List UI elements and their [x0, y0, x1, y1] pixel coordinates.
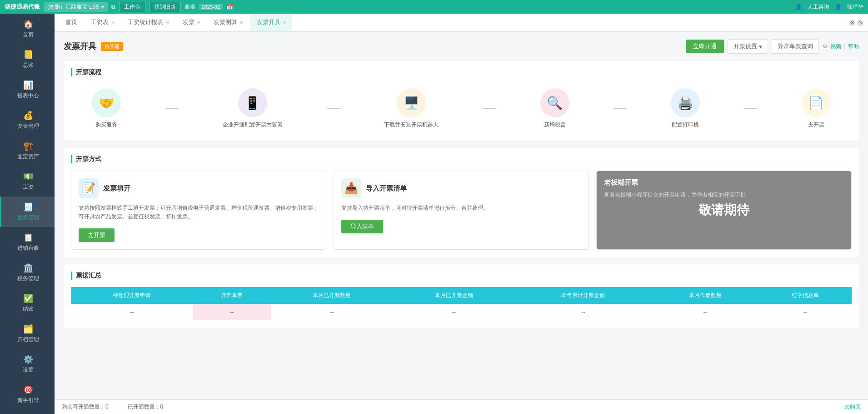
anomaly-query-button[interactable]: 异常单票查询 — [772, 39, 819, 54]
step-buy-service[interactable]: 🤝 购买服务 — [92, 88, 121, 129]
step-icon-config-printer: 🖨️ — [671, 88, 700, 117]
sidebar-item-guide[interactable]: 🎯 新手引导 — [0, 379, 55, 410]
top-bar-left: 畅捷通易代账 (勿删）江西服宝-LSS ▾ ⧉ 工作台 切到旧版 账期 2023… — [5, 2, 233, 12]
calendar-icon[interactable]: 📅 — [226, 4, 233, 10]
view-help[interactable]: 视频 — [830, 43, 841, 50]
company-selector[interactable]: (勿删）江西服宝-LSS ▾ — [44, 2, 108, 12]
tab-close-invoice-tool[interactable]: × — [283, 20, 286, 25]
user-avatar: 👤 — [835, 4, 842, 10]
process-section-title: 开票流程 — [71, 68, 852, 76]
sidebar-item-home[interactable]: 🏠 首页 — [0, 14, 55, 44]
tab-invoice-calc[interactable]: 发票测算× — [207, 15, 249, 31]
tab-bar: 首页工资表×工资统计报表×发票×发票测算×发票开具× ✕ ⤡ — [55, 14, 868, 32]
tab-close-invoice[interactable]: × — [197, 20, 200, 25]
summary-col-header: 本月已开票金额 — [393, 287, 515, 304]
sidebar-item-invoice[interactable]: 🧾 发票管理 — [0, 197, 55, 227]
summary-col-header: 待处理开票申请 — [71, 287, 193, 304]
sidebar-item-tax[interactable]: 🏛️ 税务管理 — [0, 257, 55, 288]
opened-label: 已开通数量：0 — [128, 404, 164, 410]
assets-icon: 🏗️ — [23, 141, 33, 151]
summary-cell-2: -- — [271, 304, 393, 320]
import-list-button[interactable]: 导入清单 — [341, 220, 383, 233]
ledger-icon: 📒 — [23, 50, 33, 60]
tab-invoice[interactable]: 发票× — [176, 15, 206, 31]
manual-invoice-card: 📝 发票填开 支持按照发票样式手工填开发票；可开具增值税电子普通发票、增值税普通… — [71, 171, 326, 250]
content-area: 首页工资表×工资统计报表×发票×发票测算×发票开具× ✕ ⤡ 发票开具 待开通 … — [55, 14, 868, 414]
sidebar-item-label-invoice: 发票管理 — [17, 214, 39, 222]
sidebar-item-assets[interactable]: 🏗️ 固定资产 — [0, 136, 55, 166]
summary-table: 待处理开票申请异常单票本月已开票数量本月已开票金额本年累计开票金额本月作废数量红… — [71, 287, 852, 320]
sidebar-item-ledger[interactable]: 📒 总账 — [0, 44, 55, 75]
sidebar-item-finance[interactable]: 💰 资金管理 — [0, 105, 55, 136]
import-invoice-title: 导入开票清单 — [366, 184, 407, 193]
sidebar-item-label-home: 首页 — [23, 31, 34, 39]
sidebar-item-purchase[interactable]: 📋 进销台账 — [0, 227, 55, 257]
tab-close-salary[interactable]: × — [111, 20, 114, 25]
sidebar-item-member[interactable]: 👑 畅会员 — [0, 410, 55, 414]
sidebar-item-payroll[interactable]: 💵 工资 — [0, 166, 55, 197]
step-icon-add-taxbox: 🔍 — [540, 88, 569, 117]
step-add-taxbox[interactable]: 🔍 新增税盘 — [540, 88, 569, 129]
close-window-button[interactable]: ✕ — [849, 20, 855, 26]
consultant-icon: 👤 — [795, 4, 802, 10]
buy-link[interactable]: 去购买 — [844, 403, 861, 411]
old-platform-content: 老板端开票 查看老板端小程序提交的开票申请，并作出相应的开票审批 — [604, 178, 844, 199]
switch-version-button[interactable]: 切到旧版 — [149, 2, 181, 12]
step-label-config-printer: 配置打印机 — [672, 121, 699, 129]
step-config-enterprise[interactable]: 📱 企业开通配置开票六要素 — [223, 88, 283, 129]
summary-col-header: 本年累计开票金额 — [515, 287, 652, 304]
tab-label-salary-report: 工资统计报表 — [128, 18, 163, 26]
step-label-buy-service: 购买服务 — [95, 121, 117, 129]
step-open-invoice[interactable]: 📄 去开票 — [802, 88, 831, 129]
old-platform-desc: 查看老板端小程序提交的开票申请，并作出相应的开票审批 — [604, 191, 844, 199]
step-label-config-enterprise: 企业开通配置开票六要素 — [223, 121, 283, 129]
sidebar-item-label-purchase: 进销台账 — [17, 244, 39, 252]
restore-window-button[interactable]: ⤡ — [857, 20, 863, 26]
tab-invoice-tool[interactable]: 发票开具× — [250, 15, 292, 31]
consultant-label[interactable]: 人工咨询 — [808, 3, 829, 11]
old-platform-card: 老板端开票 查看老板端小程序提交的开票申请，并作出相应的开票审批 敬请期待 — [596, 171, 852, 250]
manual-invoice-icon: 📝 — [79, 178, 99, 198]
open-now-button[interactable]: 立即开通 — [686, 40, 724, 53]
help-label[interactable]: 帮助 — [848, 43, 859, 50]
top-bar-right: 👤 人工咨询 👤 徐泽华 — [795, 3, 863, 11]
invoice-methods-title: 开票方式 — [71, 155, 852, 163]
sidebar-item-label-ledger: 总账 — [23, 61, 34, 69]
tab-home[interactable]: 首页 — [59, 15, 84, 31]
summary-col-header: 本月作废数量 — [652, 287, 759, 304]
tab-salary[interactable]: 工资表× — [85, 15, 120, 31]
user-name[interactable]: 徐泽华 — [847, 3, 863, 11]
tab-label-invoice-calc: 发票测算 — [214, 18, 237, 26]
sidebar-item-settlement[interactable]: ✅ 结账 — [0, 288, 55, 318]
step-icon-open-invoice: 📄 — [802, 88, 831, 117]
copy-icon[interactable]: ⧉ — [111, 4, 115, 10]
tax-icon: 🏛️ — [23, 263, 33, 273]
step-arrow-2 — [483, 108, 496, 109]
step-config-printer[interactable]: 🖨️ 配置打印机 — [671, 88, 700, 129]
tab-close-invoice-calc[interactable]: × — [240, 20, 243, 25]
guide-icon: 🎯 — [23, 385, 33, 395]
step-arrow-0 — [165, 108, 179, 109]
tab-close-salary-report[interactable]: × — [166, 20, 169, 25]
manual-invoice-title: 发票填开 — [103, 184, 130, 193]
sidebar-item-label-settings: 设置 — [23, 366, 34, 374]
sidebar-item-reports[interactable]: 📊 报表中心 — [0, 75, 55, 105]
invoice-icon: 🧾 — [23, 202, 33, 212]
reports-icon: 📊 — [23, 80, 33, 90]
period-value[interactable]: 2023-02 — [199, 4, 223, 10]
open-settings-button[interactable]: 开票设置 ▾ — [728, 39, 768, 54]
import-card-header: 📥 导入开票清单 — [341, 178, 581, 198]
sidebar-item-settings[interactable]: ⚙️ 设置 — [0, 349, 55, 379]
process-section: 开票流程 🤝 购买服务 📱 企业开通配置开票六要素 🖥️ 下载并安装开票机器人 … — [64, 61, 859, 141]
workspace-button[interactable]: 工作台 — [119, 2, 145, 12]
sidebar-item-archive[interactable]: 🗂️ 归档管理 — [0, 318, 55, 349]
step-label-open-invoice: 去开票 — [808, 121, 824, 129]
go-invoice-button[interactable]: 去开票 — [79, 228, 115, 242]
summary-cell-3: -- — [393, 304, 515, 320]
tab-salary-report[interactable]: 工资统计报表× — [121, 15, 175, 31]
company-name: (勿删）江西服宝-LSS — [47, 3, 100, 11]
step-download-robot[interactable]: 🖥️ 下载并安装开票机器人 — [384, 88, 439, 129]
step-label-download-robot: 下载并安装开票机器人 — [384, 121, 439, 129]
sidebar-item-label-archive: 归档管理 — [17, 336, 39, 343]
step-arrow-1 — [327, 108, 340, 109]
